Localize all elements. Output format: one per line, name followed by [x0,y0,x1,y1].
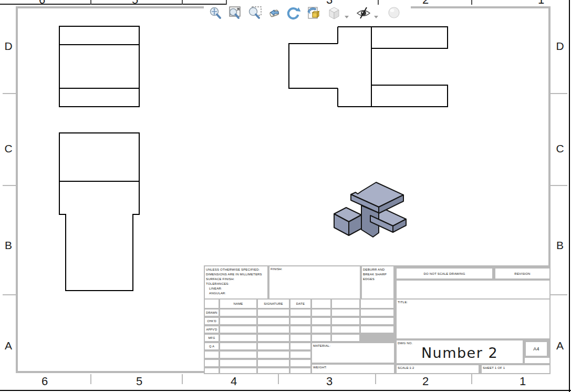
scale-cell: SCALE:1:2 [397,365,479,373]
scale-label: SCALE:1:2 [398,366,414,369]
table-corner-cell [205,300,219,308]
material-cell: MATERIAL: [312,343,394,363]
hide-show-items-icon[interactable] [356,6,371,20]
tolerance-line: UNLESS OTHERWISE SPECIFIED: [206,267,267,272]
drawing-workspace: 6 5 3 2 1 6 5 4 3 2 1 D C B A D C B A [0,0,571,392]
isometric-view[interactable] [334,182,406,237]
table-cell [220,368,256,373]
edit-appearance-icon [387,6,401,20]
table-cell [205,368,219,373]
table-cell [220,310,256,316]
table-cell [290,352,310,358]
material-label: MATERIAL: [313,344,330,347]
table-cell [258,335,289,341]
deburr-line: EDGES [363,277,393,282]
table-cell [258,326,289,333]
do-not-scale-label: DO NOT SCALE DRAWING [423,272,465,275]
table-cell [258,352,289,358]
table-cell [290,326,310,333]
do-not-scale-cell: DO NOT SCALE DRAWING [397,269,492,278]
title-block: UNLESS OTHERWISE SPECIFIED: DIMENSIONS A… [204,265,551,374]
tolerance-note-cell: UNLESS OTHERWISE SPECIFIED: DIMENSIONS A… [205,266,267,298]
table-cell [258,360,289,366]
revision-cell: REVISION [495,269,549,278]
view-toolbar [204,5,411,22]
table-cell [332,326,359,333]
revision-label: REVISION [514,272,530,275]
table-cell [220,360,256,366]
mfg-label: MFG [205,335,219,341]
front-view[interactable] [59,133,139,291]
weight-label: WEIGHT: [313,366,327,369]
paper-size-label: A4 [533,346,539,352]
dwg-no-value: Number 2 [397,345,523,361]
table-cell [332,310,359,316]
chkd-label: CHK'D [205,318,219,324]
table-cell [220,335,256,341]
table-cell [290,310,310,316]
table-cell [312,335,330,341]
table-header-cell [312,300,330,308]
table-header-cell [332,300,359,308]
table-cell [361,326,393,333]
weight-cell: WEIGHT: [312,365,394,373]
signature-header: SIGNATURE [258,300,289,308]
dwg-no-cell: DWG NO. Number 2 [397,341,523,363]
three-d-drawing-view-icon[interactable] [306,6,320,20]
table-cell [258,368,289,373]
date-header: DATE [290,300,310,308]
zoom-to-area-icon[interactable] [247,6,262,20]
table-cell [332,335,359,341]
zoom-to-fit-icon[interactable] [227,6,242,20]
tolerance-line: TOLERANCES: [206,282,267,286]
title-label: TITLE: [398,301,408,304]
paper-size-cell: A4 [526,342,547,356]
appvd-label: APPV'D [205,326,219,333]
table-cell [312,310,330,316]
tolerance-line: LINEAR: [206,286,267,291]
tolerance-line: SURFACE FINISH: [206,277,267,282]
top-view[interactable] [289,27,448,107]
deburr-line: DEBURR AND [363,267,393,272]
zoom-in-out-icon[interactable] [208,6,223,20]
table-cell [205,360,219,366]
table-cell [361,318,393,324]
rotate-view-icon[interactable] [286,6,300,20]
previous-view-icon[interactable] [267,6,282,20]
table-cell [258,310,289,316]
table-cell [258,318,289,324]
table-cell [220,343,256,349]
table-cell [220,318,256,324]
title-cell: TITLE: [397,300,549,338]
display-style-caret-icon[interactable] [345,12,349,15]
table-cell [290,360,310,366]
finish-cell: FINISH: [269,266,360,298]
spare-cell [525,358,549,363]
display-style-icon[interactable] [327,6,341,20]
table-cell [290,368,310,373]
qa-label: Q.A [205,343,219,349]
deburr-cell: DEBURR AND BREAK SHARP EDGES [362,266,393,298]
table-cell [290,335,310,341]
table-cell [205,352,219,358]
sheet-number-label: SHEET 1 OF 1 [483,366,505,369]
name-header: NAME [220,300,256,308]
table-cell [290,318,310,324]
tolerance-line: ANGULAR: [206,291,267,296]
deburr-line: BREAK SHARP [363,272,393,277]
table-header-cell [361,300,393,308]
table-cell [361,310,393,316]
drawn-label: DRAWN [205,310,219,316]
table-cell [220,326,256,333]
table-cell [312,326,330,333]
tolerance-line: DIMENSIONS ARE IN MILLIMETERS [206,272,267,277]
table-cell [312,318,330,324]
table-cell [332,318,359,324]
table-cell [220,352,256,358]
finish-label: FINISH: [271,267,283,271]
revision-value-cell [397,281,549,298]
table-cell [258,343,289,349]
hide-show-items-caret-icon[interactable] [374,12,379,15]
side-view[interactable] [59,26,139,107]
table-cell [290,343,310,349]
